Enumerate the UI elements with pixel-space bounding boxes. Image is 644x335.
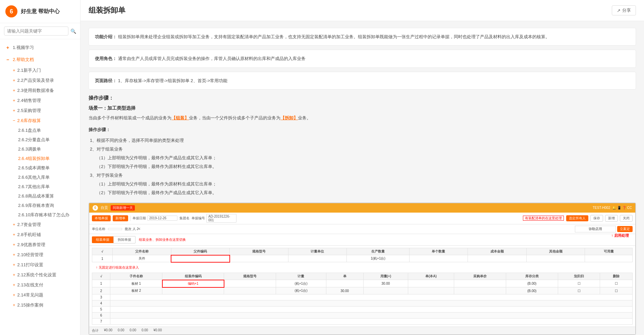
mock-footer-val5: ¥0.00 — [153, 328, 162, 333]
sidebar-item-cost-adj[interactable]: 2.6.5成本调整单 — [18, 163, 80, 173]
mock-r4-rest — [110, 300, 633, 306]
mock-apply-btn[interactable]: 立案定 — [617, 226, 633, 232]
sidebar-item-newuser[interactable]: +2.1新手入门 — [13, 65, 80, 75]
mock-child-table-area: √ 子件名称 组装件编码 规格型号 计量 单 用量(+) 单(本A) 采购单价 — [89, 271, 635, 327]
mock-close-btn[interactable]: 关闭 — [620, 215, 633, 222]
mock-cell-4 — [230, 255, 288, 262]
mock-footer-val4: 0.00 — [142, 328, 148, 333]
mock-annotation-enable: ↑ 启用处理 — [611, 233, 629, 238]
plus-icon: + — [13, 272, 15, 277]
mock-assembly-tab[interactable]: 组装单据 — [92, 236, 113, 243]
sidebar-item-transfer[interactable]: 2.6.3调拨单 — [18, 145, 80, 154]
scenario1-desc: 当由多个子件材料组装成一个成品的业务为【组装】业务，当由一个父件拆分成多个子产品… — [89, 114, 636, 122]
mock-r7-rest — [110, 319, 633, 325]
mock-col-parent-code: 父件编码 — [171, 248, 230, 255]
sidebar-item-data-prep[interactable]: +2.3使用前数据准备 — [13, 86, 80, 96]
table-row: 4 — [92, 300, 633, 306]
mock-date-field: 单据日期 2019-12-26 — [132, 216, 177, 221]
steps-list: 1、根据不同的业务，选择不同单据的类型来处理 2、对于组装业务 （1）上部明细为… — [90, 136, 636, 197]
mock-org-field: 集团名 — [179, 216, 190, 221]
mock-new-btn[interactable]: 本地单据 — [92, 215, 111, 221]
plus-icon: + — [13, 292, 15, 297]
steps-heading: 操作步骤： — [89, 126, 636, 134]
sidebar-item-video[interactable]: + 1.视频学习 — [0, 42, 80, 53]
sidebar-item-coupon[interactable]: +2.9优惠券管理 — [13, 240, 80, 250]
mock-disassembly-tab[interactable]: 拆卸单据 — [113, 236, 136, 243]
mock-child2-7 — [363, 287, 408, 294]
sidebar-item-faq[interactable]: +2.14常见问题 — [13, 290, 80, 300]
mock-child2-11: ☐ — [558, 287, 600, 294]
sidebar-item-purchase[interactable]: +2.5采购管理 — [13, 106, 80, 116]
mock-child-3: 编码+1 — [162, 280, 224, 287]
mock-child2-10: (B.00) — [506, 287, 558, 294]
sidebar-item-stock-fix[interactable]: 2.6.10库存账本错了怎么办 — [18, 210, 80, 220]
step-2-1: （1）上部明细为父件明细，最终作为产成品生成其它入库单； — [97, 154, 636, 162]
sidebar-item-stockcheck[interactable]: 2.6.1盘点单 — [18, 126, 80, 135]
mock-type-annotation: 组装业务、拆卸业务在这里切换 — [139, 237, 186, 242]
scenario1-title: 场景一：加工类型选择 — [89, 105, 636, 111]
sidebar-item-mobile[interactable]: +2.8手机旺铺 — [13, 230, 80, 240]
mock-cell-9 — [526, 255, 585, 262]
plus-icon: + — [13, 302, 15, 308]
mock-col-parent-name: 父件名称 — [113, 248, 171, 255]
sidebar-item-inventory[interactable]: −2.6库存核算 — [13, 116, 80, 126]
mock-cell-2: 关件 — [113, 255, 171, 262]
sidebar-item-manage[interactable]: +2.10经营管理 — [13, 250, 80, 260]
mock-child2-12: ☐ — [600, 287, 633, 294]
plus-icon: + — [13, 262, 15, 267]
info-block-intro: 功能介绍： 组装拆卸单用来处理企业组装或拆卸等加工业务，支持有固定装配清单的产品… — [89, 28, 636, 46]
sidebar-item-finance[interactable]: +2.7资金管理 — [13, 220, 80, 230]
plus-icon: + — [13, 88, 15, 93]
step-2-2: （2）下部明细为子件明细，最终作为原材料生成其它出库单。 — [97, 162, 636, 171]
sidebar-item-assembly[interactable]: 2.6.4组装拆卸单 — [18, 154, 80, 163]
table-row: 3 — [92, 294, 633, 300]
mock-r4-1: 4 — [92, 300, 110, 306]
mock-cell-7 — [409, 255, 468, 262]
mock-r6-1: 6 — [92, 313, 110, 319]
mock-toolbar: 本地单据 新增单 单据日期 2019-12-26 集团名 单据编号 AD-201 — [89, 213, 635, 224]
mock-col-child-code: 组装件编码 — [162, 273, 224, 280]
mock-child2-8 — [408, 287, 454, 294]
mock-r6-rest — [110, 313, 633, 319]
sidebar-item-cases[interactable]: +2.15操作案例 — [13, 300, 80, 310]
mock-assign-btn[interactable]: 选定所有人 — [566, 215, 588, 221]
mock-col-prod-qty: 生产数量 — [347, 248, 409, 255]
sidebar-item-print[interactable]: +2.11打印设置 — [13, 260, 80, 270]
step-3: 3、对于拆装业务 — [90, 171, 636, 180]
mock-r3-rest — [110, 294, 633, 300]
sidebar-item-install[interactable]: +2.2产品安装及登录 — [13, 75, 80, 86]
mock-child-4 — [224, 280, 276, 287]
mock-type-selector-area: 组装单据 拆卸单据 组装业务、拆卸业务在这里切换 — [89, 234, 635, 246]
search-button[interactable]: 🔍 — [70, 29, 76, 34]
mock-col-other: 其他金额 — [526, 248, 585, 255]
mock-new-doc-btn[interactable]: 同期新增一天 — [111, 205, 135, 211]
sidebar-item-label: 2.帮助文档 — [13, 57, 34, 63]
screenshot-container: 6 自贡 同期新增一天 TEST-H002 🔔 📱 ❓ CC 本地单据 新增单 — [89, 203, 636, 335]
sidebar-item-settings[interactable]: +2.12系统个性化设置 — [13, 270, 80, 280]
sidebar-search-area: 🔍 — [0, 23, 80, 39]
search-input[interactable] — [4, 26, 68, 36]
mock-new2-btn[interactable]: 新增 — [605, 215, 618, 222]
sidebar-item-inbound[interactable]: 2.6.6其他入库单 — [18, 173, 80, 182]
mock-save2-btn[interactable]: 保存 — [590, 215, 603, 222]
sidebar-item-docs[interactable]: − 2.帮助文档 — [0, 54, 80, 65]
mock-col-return: 划归归 — [558, 273, 600, 280]
mock-save-btn[interactable]: 新增单 — [113, 215, 128, 221]
mock-col-avail: 可用量 — [585, 248, 633, 255]
sidebar-nav: + 1.视频学习 − 2.帮助文档 +2.1新手入门 +2.2产品安装及登录 +… — [0, 39, 80, 335]
sidebar-item-payment[interactable]: +2.13在线支付 — [13, 280, 80, 290]
mock-parent-table-area: √ 父件名称 父件编码 规格型号 计量单位 生产数量 单个数量 成本金额 其他金… — [89, 246, 635, 265]
mock-footer: 合计 ¥0.00 0.00 0.00 0.00 ¥0.00 — [89, 327, 635, 334]
mock-child-5: (机+1台) — [276, 280, 326, 287]
mock-child-table: √ 子件名称 组装件编码 规格型号 计量 单 用量(+) 单(本A) 采购单价 — [92, 273, 633, 325]
sidebar-item-sales[interactable]: +2.4销售管理 — [13, 96, 80, 106]
sidebar-item-stock-query[interactable]: 2.6.9库存账本查询 — [18, 201, 80, 210]
sidebar-item-outbound[interactable]: 2.6.7其他出库单 — [18, 182, 80, 191]
sidebar-item-stockcheck2[interactable]: 2.6.2分量盘点单 — [18, 135, 80, 145]
mock-parent-table: √ 父件名称 父件编码 规格型号 计量单位 生产数量 单个数量 成本金额 其他金… — [92, 248, 633, 263]
mock-footer-val2: 0.00 — [118, 328, 124, 333]
share-button[interactable]: ↗ 分享 — [612, 5, 636, 15]
sidebar-item-cost-recalc[interactable]: 2.6.8商品成本重算 — [18, 191, 80, 201]
mock-unit-label: 单位名称 — [92, 227, 105, 231]
table-row: 5 — [92, 306, 633, 313]
